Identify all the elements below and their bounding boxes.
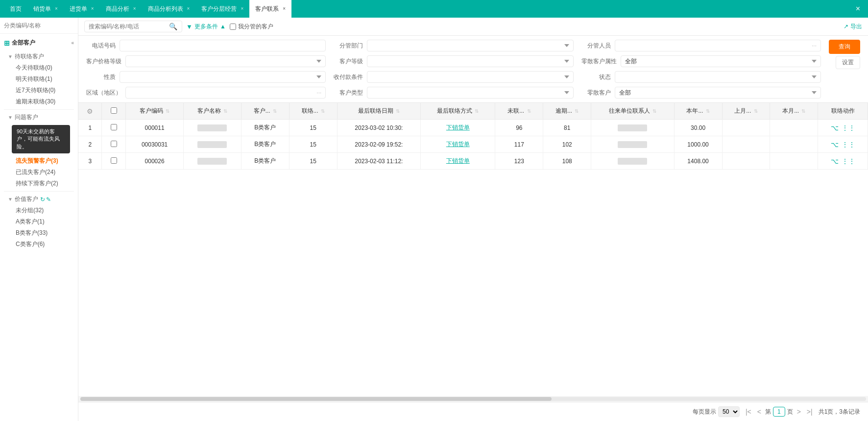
filter-select-retail-attr[interactable]: 全部 <box>621 55 821 67</box>
close-product-analysis-tab[interactable]: × <box>133 0 136 18</box>
cell-seq-2: 3 <box>78 153 102 170</box>
sidebar-item-tomorrow-contact[interactable]: 明天待联络(1) <box>8 74 74 85</box>
nav-item-sales[interactable]: 销货单 × <box>27 0 64 18</box>
col-this-month[interactable]: 本月... ⇅ <box>770 103 818 120</box>
more-action-icon-0[interactable]: ⋮⋮ <box>842 124 855 132</box>
nav-item-customer-contact[interactable]: 客户联系 × <box>249 0 291 18</box>
sidebar-item-churned[interactable]: 已流失客户(24) <box>8 167 74 178</box>
filter-label-phone: 电话号码 <box>86 42 116 50</box>
filter-select-nature[interactable] <box>120 71 326 83</box>
close-customer-segmentation-tab[interactable]: × <box>241 0 243 18</box>
filter-dots-region[interactable]: ··· <box>125 87 326 99</box>
cell-check-2[interactable] <box>102 153 126 170</box>
settings-button[interactable]: 设置 <box>836 56 860 69</box>
filter-dots-person[interactable]: ··· <box>615 40 821 51</box>
cell-last-month-2 <box>722 153 770 170</box>
sidebar-all-customers-header[interactable]: ⊞ 全部客户 « <box>4 37 74 49</box>
contact-action-icon-0[interactable]: ⌥ <box>831 124 839 132</box>
query-button[interactable]: 查询 <box>829 40 860 54</box>
filter-select-retail[interactable]: 全部 <box>615 87 821 99</box>
sidebar-divider-2 <box>4 191 74 192</box>
nav-item-product-analysis[interactable]: 商品分析 × <box>100 0 142 18</box>
main-search-input[interactable] <box>89 23 167 30</box>
page-size-selector: 每页显示 50 <box>693 406 740 417</box>
cell-contact-type-0[interactable]: 下销货单 <box>421 120 495 136</box>
select-all-checkbox[interactable] <box>111 107 117 114</box>
col-contact-num[interactable]: 联络... ⇅ <box>289 103 337 120</box>
filter-field-dept: 分管部门 <box>334 40 573 51</box>
filter-select-price-level[interactable] <box>125 55 326 67</box>
close-customer-contact-tab[interactable]: × <box>283 0 286 18</box>
close-product-analysis-list-tab[interactable]: × <box>187 0 190 18</box>
col-last-month[interactable]: 上月... ⇅ <box>722 103 770 120</box>
more-action-icon-1[interactable]: ⋮⋮ <box>842 141 855 149</box>
sidebar-group-pending-header[interactable]: ▼ 待联络客户 <box>8 51 74 62</box>
more-action-icon-2[interactable]: ⋮⋮ <box>842 157 855 165</box>
filter-select-status[interactable] <box>615 71 821 83</box>
next-page-button[interactable]: > <box>795 408 803 416</box>
cell-this-month-1 <box>770 136 818 153</box>
col-this-year[interactable]: 本年... ⇅ <box>674 103 722 120</box>
filter-select-level[interactable] <box>367 55 573 67</box>
row-checkbox-2[interactable] <box>111 157 117 164</box>
sidebar-group-value-header[interactable]: ▼ 价值客户 ↻ ✎ <box>8 194 74 205</box>
edit-icon[interactable]: ✎ <box>46 196 51 203</box>
nav-item-purchase[interactable]: 进货单 × <box>64 0 100 18</box>
contact-action-icon-1[interactable]: ⌥ <box>831 141 839 149</box>
row-checkbox-0[interactable] <box>111 124 117 130</box>
page-size-select[interactable]: 50 <box>718 406 740 417</box>
cell-contact-type-1[interactable]: 下销货单 <box>421 136 495 153</box>
export-button[interactable]: ↗ 导出 <box>844 23 862 31</box>
current-page-display[interactable]: 1 <box>773 407 785 417</box>
sidebar-item-declining[interactable]: 持续下滑客户(2) <box>8 178 74 189</box>
window-close-button[interactable]: × <box>852 4 864 13</box>
horizontal-scrollbar[interactable] <box>78 396 868 402</box>
col-customer-type[interactable]: 客户... ⇅ <box>241 103 289 120</box>
filter-input-phone[interactable] <box>120 40 326 51</box>
sort-icon-overdue: ⇅ <box>575 108 579 114</box>
nav-item-product-analysis-list[interactable]: 商品分析列表 × <box>142 0 196 18</box>
sidebar-item-b-class[interactable]: B类客户(33) <box>8 227 74 239</box>
nav-item-home[interactable]: 首页 <box>4 0 27 18</box>
main-search-icon[interactable]: 🔍 <box>169 23 177 30</box>
refresh-icon[interactable]: ↻ <box>40 196 45 203</box>
filter-field-status: 状态 <box>581 71 821 83</box>
sidebar-item-churn-warning[interactable]: 流失预警客户(3) <box>8 155 74 167</box>
close-sales-tab[interactable]: × <box>55 0 58 18</box>
scroll-thumb[interactable] <box>80 397 552 401</box>
nav-item-customer-segmentation[interactable]: 客户分层经营 × <box>195 0 249 18</box>
col-unit-contact[interactable]: 往来单位联系人 ⇅ <box>591 103 674 120</box>
cell-overdue-2: 108 <box>543 153 591 170</box>
sidebar-group-problem-header[interactable]: ▼ 问题客户 <box>8 112 74 123</box>
cell-contact-type-2[interactable]: 下销货单 <box>421 153 495 170</box>
arrow-icon-3: ▼ <box>8 197 13 202</box>
more-filter-button[interactable]: ▼ 更多条件 ▲ <box>186 23 226 31</box>
table-settings-icon[interactable]: ⚙ <box>87 107 93 115</box>
my-customer-checkbox[interactable] <box>230 24 236 30</box>
cell-check-1[interactable] <box>102 136 126 153</box>
sidebar-search-input[interactable] <box>4 22 77 29</box>
sidebar-item-c-class[interactable]: C类客户(6) <box>8 239 74 250</box>
last-page-button[interactable]: >| <box>805 408 815 416</box>
prev-page-button[interactable]: < <box>755 408 763 416</box>
sidebar-item-overdue-contact[interactable]: 逾期未联络(30) <box>8 96 74 107</box>
sidebar-item-today-contact[interactable]: 今天待联络(0) <box>8 62 74 74</box>
cell-check-0[interactable] <box>102 120 126 136</box>
sidebar-item-7days-contact[interactable]: 近7天待联络(0) <box>8 85 74 96</box>
filter-select-dept[interactable] <box>367 40 573 51</box>
sidebar-item-ungrouped[interactable]: 未分组(32) <box>8 205 74 216</box>
row-checkbox-1[interactable] <box>111 141 117 147</box>
col-code[interactable]: 客户编码 ⇅ <box>126 103 184 120</box>
close-purchase-tab[interactable]: × <box>91 0 94 18</box>
filter-select-customer-type[interactable] <box>367 87 573 99</box>
col-name[interactable]: 客户名称 ⇅ <box>184 103 241 120</box>
col-last-contact-date[interactable]: 最后联络日期 ⇅ <box>337 103 421 120</box>
col-last-contact-type[interactable]: 最后联络方式 ⇅ <box>421 103 495 120</box>
col-overdue[interactable]: 逾期... ⇅ <box>543 103 591 120</box>
filter-select-payment[interactable] <box>367 71 573 83</box>
col-not-contacted[interactable]: 未联... ⇅ <box>495 103 543 120</box>
sidebar-item-a-class[interactable]: A类客户(1) <box>8 216 74 227</box>
contact-action-icon-2[interactable]: ⌥ <box>831 157 839 165</box>
first-page-button[interactable]: |< <box>744 408 753 416</box>
filter-label-region: 区域（地区） <box>86 89 121 97</box>
